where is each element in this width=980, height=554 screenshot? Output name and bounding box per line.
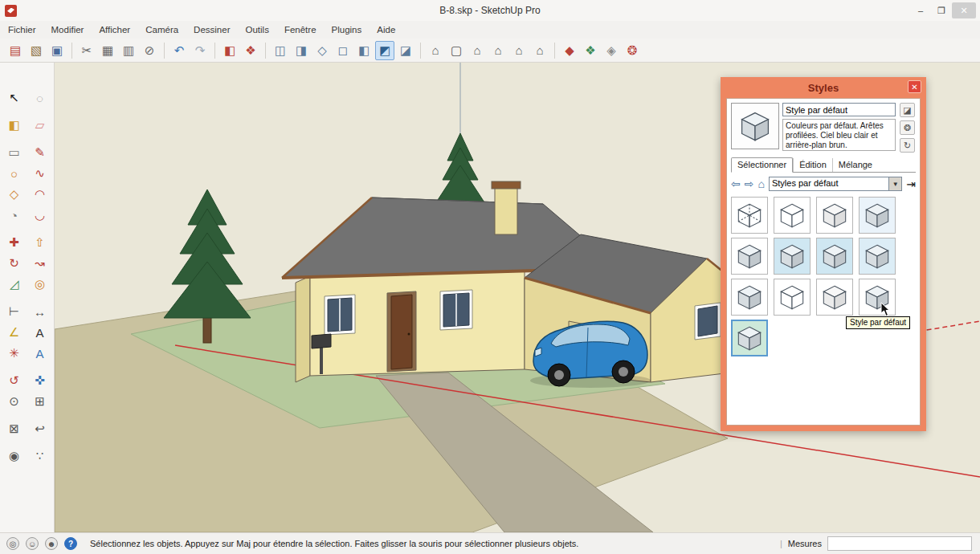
secondary-pane-toggle-icon[interactable]: ◪ [900,103,915,117]
styles-panel-header[interactable]: Styles ✕ [726,77,921,98]
pie-tool-icon[interactable]: ◔ [4,206,25,225]
threed-text-tool-icon[interactable]: A [30,344,51,363]
account-icon[interactable]: ☻ [45,537,58,550]
front-view-icon[interactable]: ⌂ [468,41,487,60]
pan-tool-icon[interactable]: ✜ [30,371,51,390]
previous-view-tool-icon[interactable]: ↩ [30,419,51,438]
shaded-icon[interactable]: ◧ [354,41,374,60]
tab-selectionner[interactable]: Sélectionner [731,157,793,173]
polygon-tool-icon[interactable]: ◇ [4,185,25,204]
components-browser-icon[interactable]: ❖ [581,41,600,60]
protractor-tool-icon[interactable]: ∠ [4,323,25,342]
component-icon[interactable]: ❖ [241,41,260,60]
tape-measure-tool-icon[interactable]: ⊢ [4,302,25,321]
styles-panel-close-icon[interactable]: ✕ [908,80,921,93]
copy-icon[interactable]: ▦ [98,41,117,60]
home-icon[interactable]: ⌂ [757,178,764,189]
redo-icon[interactable]: ↷ [190,41,210,60]
tab-edition[interactable]: Édition [793,158,832,172]
forward-arrow-icon[interactable]: ⇨ [745,178,754,189]
style-thumbnail-4[interactable] [859,197,896,234]
wireframe-icon[interactable]: ◇ [312,41,332,60]
styles-collection-dropdown[interactable]: Styles par défaut ▼ [769,177,902,191]
close-button-icon[interactable]: ✕ [952,2,976,18]
circle-tool-icon[interactable]: ○ [4,164,25,183]
open-file-icon[interactable]: ▧ [27,41,46,60]
front-door[interactable] [391,295,412,369]
select-tool-icon[interactable]: ↖ [4,88,25,108]
geolocation-icon[interactable]: ◎ [6,537,19,550]
menu-fenetre[interactable]: Fenêtre [284,25,316,35]
claim-credit-icon[interactable]: ☺ [26,537,39,550]
style-thumbnail-9[interactable] [731,279,768,316]
iso-view-icon[interactable]: ⌂ [426,41,445,60]
dimension-tool-icon[interactable]: ↔ [30,302,51,321]
move-tool-icon[interactable]: ✚ [4,233,25,252]
right-view-icon[interactable]: ⌂ [488,41,508,60]
materials-browser-icon[interactable]: ◈ [602,41,621,60]
eraser-tool-icon[interactable]: ▱ [30,116,51,135]
push-pull-tool-icon[interactable]: ⇧ [30,233,51,252]
style-thumbnail-11[interactable] [816,279,853,316]
style-thumbnail-8[interactable] [859,238,896,275]
axes-tool-icon[interactable]: ✳ [4,344,25,363]
undo-icon[interactable]: ↶ [169,41,189,60]
paint-bucket-icon[interactable]: ◧ [220,41,239,60]
new-file-icon[interactable]: ▤ [6,41,25,60]
house-left-wall[interactable] [296,276,310,382]
rotate-tool-icon[interactable]: ↻ [4,254,25,273]
follow-me-tool-icon[interactable]: ↝ [30,254,51,273]
cut-icon[interactable]: ✂ [77,41,96,60]
zoom-extents-tool-icon[interactable]: ⊠ [4,419,25,438]
rectangle-tool-icon[interactable]: ▭ [4,143,25,162]
zoom-tool-icon[interactable]: ⊙ [4,392,25,411]
style-thumbnail-2[interactable] [774,197,811,234]
line-tool-icon[interactable]: ✎ [30,143,51,162]
scale-tool-icon[interactable]: ◿ [4,275,25,294]
help-icon[interactable]: ? [64,537,77,550]
menu-modifier[interactable]: Modifier [51,25,84,35]
xray-mode-icon[interactable]: ◫ [271,41,290,60]
style-thumbnail-12[interactable] [859,279,896,316]
style-thumbnail-6[interactable] [774,238,811,275]
style-thumbnail-10[interactable] [774,279,811,316]
paint-bucket-tool-icon[interactable]: ◧ [4,116,25,135]
back-view-icon[interactable]: ⌂ [509,41,529,60]
lasso-select-icon[interactable]: ◌ [30,88,51,108]
details-arrow-icon[interactable]: ⇥ [906,178,916,189]
shadows-icon[interactable]: ❂ [623,41,642,60]
tab-melange[interactable]: Mélange [832,158,878,172]
style-name-input[interactable] [782,103,896,116]
back-arrow-icon[interactable]: ⇦ [731,178,741,189]
look-around-tool-icon[interactable]: ◉ [4,446,25,466]
model-viewport[interactable]: Styles ✕ Couleurs par défaut. Arêtes pro… [55,63,980,532]
back-edges-icon[interactable]: ◨ [292,41,311,60]
arc-tool-icon[interactable]: ◠ [30,185,51,204]
measures-input[interactable] [827,536,972,551]
menu-afficher[interactable]: Afficher [99,25,130,35]
freehand-tool-icon[interactable]: ∿ [30,164,51,183]
shaded-textures-icon[interactable]: ◩ [375,41,394,60]
restore-button-icon[interactable]: ❐ [931,2,952,18]
style-thumbnail-7[interactable] [816,238,853,275]
menu-outils[interactable]: Outils [246,25,269,35]
menu-fichier[interactable]: Fichier [8,25,36,35]
style-thumbnail-13[interactable] [731,320,768,356]
menu-plugins[interactable]: Plugins [332,25,362,35]
menu-aide[interactable]: Aide [377,25,395,35]
style-thumbnail-1[interactable] [731,197,768,234]
paste-icon[interactable]: ▥ [119,41,138,60]
create-style-icon[interactable]: ❂ [900,120,915,135]
minimize-button-icon[interactable]: – [910,2,931,18]
chimney[interactable] [495,186,517,234]
zoom-window-tool-icon[interactable]: ⊞ [30,392,51,411]
monochrome-icon[interactable]: ◪ [396,41,415,60]
update-style-icon[interactable]: ↻ [900,138,915,153]
save-file-icon[interactable]: ▣ [47,41,67,60]
warehouse-icon[interactable]: ◆ [560,41,579,60]
walk-tool-icon[interactable]: ∵ [30,446,51,466]
style-thumbnail-3[interactable] [816,197,853,234]
menu-dessiner[interactable]: Dessiner [194,25,230,35]
orbit-tool-icon[interactable]: ↺ [4,371,25,390]
hidden-line-icon[interactable]: ◻ [333,41,353,60]
